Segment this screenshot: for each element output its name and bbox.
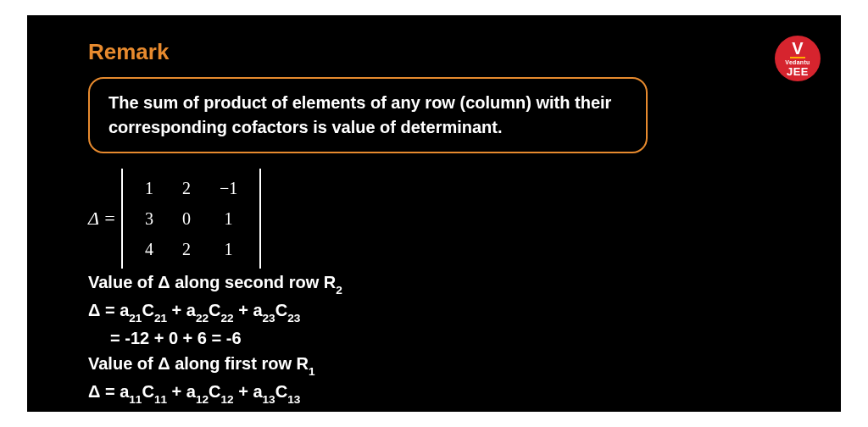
text: Value of Δ along first row R	[88, 354, 309, 373]
subscript: 11	[129, 393, 142, 406]
line-result-r1: = -12 + 2 - 6 = -6	[88, 408, 780, 427]
table-row: 1 2 −1	[131, 174, 251, 202]
determinant-matrix: 1 2 −1 3 0 1 4 2 1	[130, 172, 253, 265]
text: C	[209, 382, 220, 401]
table-row: 3 0 1	[131, 204, 251, 233]
matrix-cell: 4	[131, 235, 167, 263]
slide: V Vedantu JEE Remark The sum of product …	[27, 15, 841, 412]
line-result-r2: = -12 + 0 + 6 = -6	[88, 326, 780, 350]
text: Δ = a	[88, 382, 129, 401]
slide-title: Remark	[88, 39, 780, 65]
brand-subtitle: Vedantu	[785, 59, 810, 65]
matrix-cell: 3	[131, 204, 167, 233]
line-value-r2: Value of Δ along second row R2	[88, 270, 780, 297]
matrix-cell: 1	[206, 235, 251, 263]
subscript: 1	[309, 365, 315, 378]
text: + a	[234, 382, 263, 401]
text: + a	[234, 301, 263, 319]
subscript: 21	[129, 312, 142, 324]
remark-box: The sum of product of elements of any ro…	[88, 77, 648, 153]
text: Δ = a	[88, 301, 129, 319]
text: C	[142, 301, 153, 319]
text: + a	[167, 301, 196, 319]
subscript: 22	[196, 312, 209, 324]
text: C	[275, 382, 287, 401]
subscript: 12	[221, 393, 234, 406]
determinant-row: Δ = 1 2 −1 3 0 1 4 2	[88, 169, 780, 269]
text: C	[275, 301, 287, 319]
text: + a	[167, 382, 196, 401]
text: C	[209, 301, 220, 319]
math-block: Δ = 1 2 −1 3 0 1 4 2	[88, 169, 780, 427]
line-expansion-r1: Δ = a11C11 + a12C12 + a13C13	[88, 380, 780, 406]
line-value-r1: Value of Δ along first row R1	[88, 352, 780, 378]
brand-badge: V Vedantu JEE	[775, 36, 821, 81]
subscript: 2	[336, 284, 342, 297]
line-expansion-r2: Δ = a21C21 + a22C22 + a23C23	[88, 298, 780, 324]
matrix-cell: 2	[169, 235, 204, 263]
matrix-cell: 0	[169, 204, 204, 233]
matrix-cell: −1	[206, 174, 251, 202]
matrix-cell: 1	[131, 174, 167, 202]
determinant-bars: 1 2 −1 3 0 1 4 2 1	[121, 169, 261, 269]
subscript: 11	[154, 393, 167, 406]
text: Value of Δ along second row R	[88, 273, 336, 291]
brand-jee: JEE	[787, 66, 809, 77]
remark-text: The sum of product of elements of any ro…	[108, 93, 611, 136]
subscript: 23	[287, 312, 300, 324]
subscript: 21	[154, 312, 167, 324]
brand-v-icon: V	[792, 41, 803, 56]
matrix-cell: 1	[206, 204, 251, 233]
table-row: 4 2 1	[131, 235, 251, 263]
brand-underline	[790, 57, 805, 58]
subscript: 12	[196, 393, 209, 406]
subscript: 13	[263, 393, 275, 406]
text: C	[142, 382, 153, 401]
subscript: 13	[287, 393, 300, 406]
delta-equals: Δ =	[88, 206, 116, 232]
matrix-cell: 2	[169, 174, 204, 202]
subscript: 23	[263, 312, 275, 324]
subscript: 22	[221, 312, 234, 324]
